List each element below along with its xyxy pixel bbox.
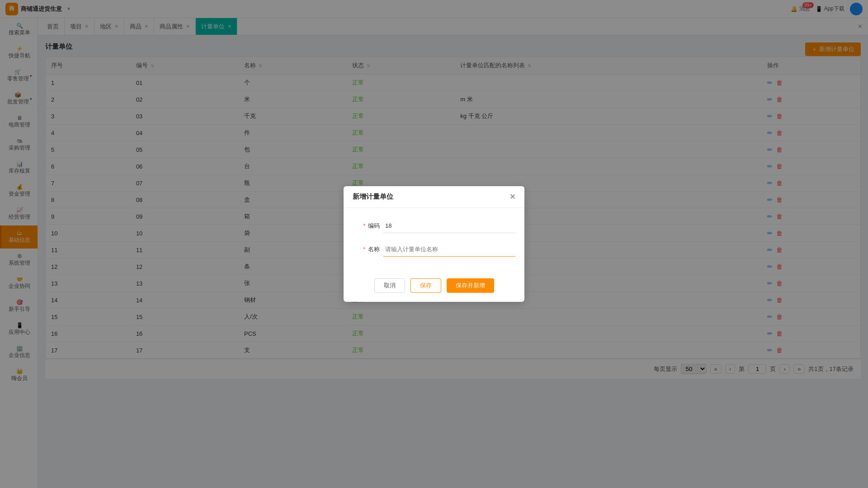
name-form-row: * 名称	[353, 242, 515, 257]
code-input[interactable]	[383, 219, 515, 233]
modal-title: 新增计量单位	[353, 192, 393, 201]
modal-body: * 编码 * 名称	[344, 208, 524, 273]
required-star: *	[363, 246, 365, 253]
modal-footer: 取消 保存 保存并新增	[344, 273, 524, 302]
modal-close-button[interactable]: ✕	[509, 192, 515, 201]
add-measure-unit-modal: 新增计量单位 ✕ * 编码 * 名称 取消 保存 保存并新增	[344, 186, 524, 302]
name-input[interactable]	[383, 242, 515, 257]
modal-overlay: 新增计量单位 ✕ * 编码 * 名称 取消 保存 保存并新增	[0, 0, 868, 488]
code-label: * 编码	[353, 222, 380, 230]
name-label: * 名称	[353, 245, 380, 253]
cancel-button[interactable]: 取消	[374, 278, 405, 293]
modal-header: 新增计量单位 ✕	[344, 186, 524, 208]
save-add-button[interactable]: 保存并新增	[447, 278, 494, 293]
code-form-row: * 编码	[353, 219, 515, 233]
save-button[interactable]: 保存	[410, 278, 441, 293]
required-star: *	[363, 222, 365, 229]
